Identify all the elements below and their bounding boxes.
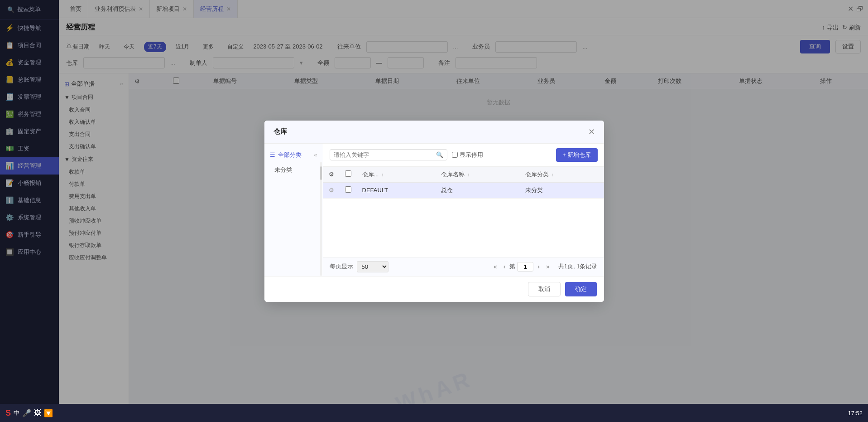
- modal-pagination: « ‹ 第 › »: [491, 262, 552, 272]
- show-disabled-label: 显示停用: [460, 151, 483, 159]
- modal-per-page-label: 每页显示: [330, 262, 353, 271]
- show-disabled-toggle[interactable]: 显示停用: [452, 151, 483, 159]
- taskbar-icon-2[interactable]: 中: [14, 409, 19, 417]
- taskbar-icon-1[interactable]: S: [5, 408, 11, 418]
- warehouse-row[interactable]: ⚙ DEFAULT 总仓 未分类: [323, 182, 604, 198]
- wh-row-code: DEFAULT: [357, 182, 436, 198]
- wh-col-name: 仓库名称 ↕: [436, 167, 520, 183]
- taskbar-time: 17:52: [848, 410, 863, 417]
- all-category-label: 全部分类: [278, 151, 302, 159]
- uncategorized-label: 未分类: [274, 166, 292, 173]
- modal-close-button[interactable]: ✕: [588, 127, 595, 137]
- warehouse-table: ⚙ 仓库... ↕ 仓库名称 ↕ 仓库分类 ↕ ⚙ DEFA: [323, 167, 604, 199]
- taskbar-icon-4[interactable]: 🖼: [34, 409, 41, 417]
- wh-row-category: 未分类: [520, 182, 604, 198]
- cancel-button[interactable]: 取消: [528, 282, 561, 296]
- modal-action-bar: 取消 确定: [264, 276, 604, 302]
- confirm-button[interactable]: 确定: [565, 282, 597, 296]
- category-icon: ☰: [270, 151, 275, 158]
- modal-uncategorized[interactable]: 未分类: [264, 163, 323, 177]
- modal-left-scrollthumb: [320, 166, 322, 180]
- wh-row-gear: ⚙: [323, 182, 340, 198]
- modal-toolbar: 🔍 显示停用 + 新增仓库: [323, 144, 604, 167]
- wh-col-gear[interactable]: ⚙: [323, 167, 340, 183]
- modal-right-panel: 🔍 显示停用 + 新增仓库 ⚙: [323, 144, 604, 276]
- modal-all-category[interactable]: ☰ 全部分类 «: [264, 147, 323, 163]
- show-disabled-checkbox[interactable]: [452, 152, 458, 158]
- modal-next-btn[interactable]: ›: [535, 262, 542, 271]
- modal-page-input[interactable]: [517, 262, 533, 272]
- modal-header: 仓库 ✕: [264, 121, 604, 144]
- modal-left-scrolltrack: [320, 162, 322, 276]
- wh-gear-icon: ⚙: [329, 171, 334, 178]
- wh-row-checkbox[interactable]: [340, 182, 357, 198]
- modal-footer-bar: 每页显示 50 100 « ‹ 第 › » 共1页, 1条记录: [323, 257, 604, 276]
- modal-title: 仓库: [273, 127, 588, 136]
- modal-prev-btn[interactable]: ‹: [501, 262, 508, 271]
- modal-last-btn[interactable]: »: [544, 262, 552, 271]
- modal-total-info: 共1页, 1条记录: [558, 262, 598, 271]
- modal-overlay[interactable]: 仓库 ✕ ☰ 全部分类 « 未分类: [0, 0, 868, 422]
- wh-row-gear-icon: ⚙: [329, 187, 334, 194]
- wh-col-category: 仓库分类 ↕: [520, 167, 604, 183]
- modal-table-wrap: ⚙ 仓库... ↕ 仓库名称 ↕ 仓库分类 ↕ ⚙ DEFA: [323, 167, 604, 257]
- wh-col-checkbox[interactable]: [340, 167, 357, 183]
- modal-body: ☰ 全部分类 « 未分类 🔍: [264, 144, 604, 276]
- wh-col-code: 仓库... ↕: [357, 167, 436, 183]
- modal-left-panel: ☰ 全部分类 « 未分类: [264, 144, 323, 276]
- warehouse-modal: 仓库 ✕ ☰ 全部分类 « 未分类: [264, 121, 604, 302]
- taskbar-icon-3[interactable]: 🎤: [22, 409, 31, 417]
- taskbar-icons: S 中 🎤 🖼 🔽: [5, 408, 53, 418]
- modal-page-label: 第: [509, 262, 515, 271]
- wh-select-all[interactable]: [345, 170, 351, 177]
- taskbar-icon-5[interactable]: 🔽: [44, 409, 53, 417]
- add-warehouse-button[interactable]: + 新增仓库: [556, 148, 597, 162]
- search-icon: 🔍: [436, 151, 443, 158]
- collapse-arrow[interactable]: «: [314, 151, 317, 158]
- taskbar: S 中 🎤 🖼 🔽 17:52: [0, 404, 868, 422]
- wh-row-name: 总仓: [436, 182, 520, 198]
- modal-first-btn[interactable]: «: [491, 262, 499, 271]
- modal-per-page-select[interactable]: 50 100: [357, 261, 388, 272]
- warehouse-search-input[interactable]: [334, 151, 434, 158]
- search-box: 🔍: [330, 149, 447, 160]
- wh-row-select[interactable]: [345, 186, 351, 193]
